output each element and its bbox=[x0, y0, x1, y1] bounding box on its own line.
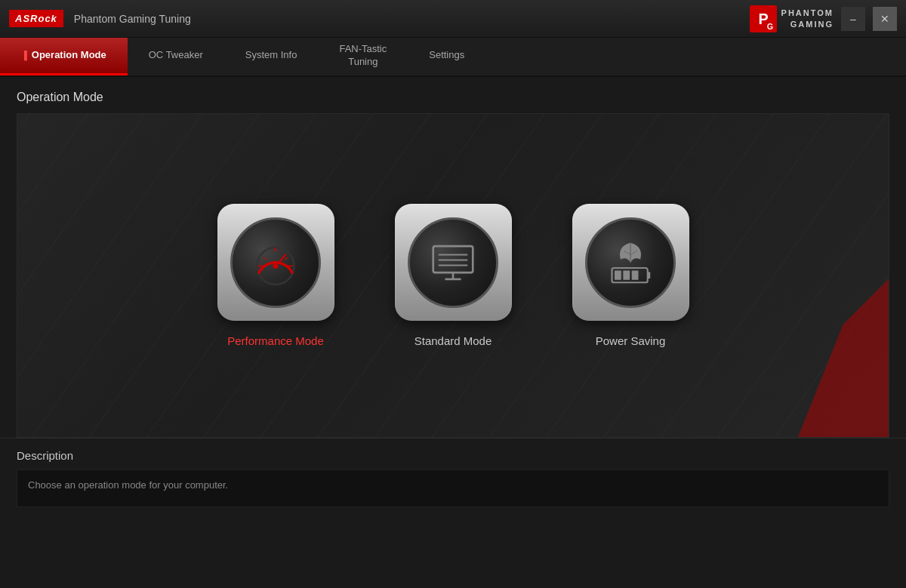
performance-icon-inner bbox=[230, 217, 321, 308]
section-title: Operation Mode bbox=[17, 91, 889, 104]
mode-card-performance[interactable]: Performance Mode bbox=[217, 204, 334, 347]
app-title: Phantom Gaming Tuning bbox=[74, 13, 191, 25]
tab-operation-mode[interactable]: Operation Mode bbox=[0, 38, 128, 75]
title-left: ASRock Phantom Gaming Tuning bbox=[9, 10, 191, 27]
power-saving-label: Power Saving bbox=[596, 334, 666, 347]
mode-card-power-saving[interactable]: Power Saving bbox=[572, 204, 689, 347]
standard-icon-inner bbox=[408, 217, 498, 308]
standard-mode-label: Standard Mode bbox=[414, 334, 492, 347]
tab-settings[interactable]: Settings bbox=[408, 38, 485, 75]
svg-line-9 bbox=[263, 257, 267, 260]
power-saving-icon-wrapper bbox=[572, 204, 689, 321]
stripe-accent bbox=[798, 211, 889, 437]
asrock-logo: ASRock bbox=[9, 10, 63, 27]
description-title: Description bbox=[17, 449, 889, 462]
phantom-gaming-text: PHANTOMGAMING bbox=[781, 8, 834, 29]
monitor-icon bbox=[427, 236, 479, 289]
svg-line-10 bbox=[285, 257, 288, 260]
main-content: Operation Mode bbox=[0, 77, 906, 438]
leaf-battery-icon bbox=[604, 236, 657, 289]
performance-mode-label: Performance Mode bbox=[227, 334, 324, 347]
standard-icon-wrapper bbox=[395, 204, 512, 321]
tab-system-info[interactable]: System Info bbox=[224, 38, 319, 75]
tab-oc-tweaker[interactable]: OC Tweaker bbox=[128, 38, 224, 75]
power-saving-icon-inner bbox=[585, 217, 676, 308]
tab-bar: Operation Mode OC Tweaker System Info FA… bbox=[0, 38, 906, 77]
minimize-button[interactable]: – bbox=[841, 7, 865, 31]
description-text: Choose an operation mode for your comput… bbox=[17, 469, 889, 507]
tab-fan-tastic[interactable]: FAN-TasticTuning bbox=[318, 38, 408, 75]
svg-rect-19 bbox=[615, 270, 621, 279]
svg-rect-21 bbox=[632, 270, 639, 279]
speedometer-icon bbox=[249, 236, 302, 289]
description-panel: Description Choose an operation mode for… bbox=[0, 438, 906, 507]
title-right: P G PHANTOMGAMING – ✕ bbox=[750, 5, 897, 32]
mode-panel: Performance Mode bbox=[17, 113, 889, 438]
mode-card-standard[interactable]: Standard Mode bbox=[395, 204, 512, 347]
svg-point-8 bbox=[273, 263, 279, 268]
svg-rect-18 bbox=[648, 272, 651, 279]
svg-rect-20 bbox=[623, 270, 630, 279]
phantom-gaming-logo: P G PHANTOMGAMING bbox=[750, 5, 834, 32]
svg-text:G: G bbox=[766, 21, 772, 30]
phantom-gaming-icon: P G bbox=[750, 5, 777, 32]
performance-icon-wrapper bbox=[217, 204, 334, 321]
modes-container: Performance Mode bbox=[217, 204, 689, 347]
title-bar: ASRock Phantom Gaming Tuning P G PHANTOM… bbox=[0, 0, 906, 38]
close-button[interactable]: ✕ bbox=[873, 7, 897, 31]
